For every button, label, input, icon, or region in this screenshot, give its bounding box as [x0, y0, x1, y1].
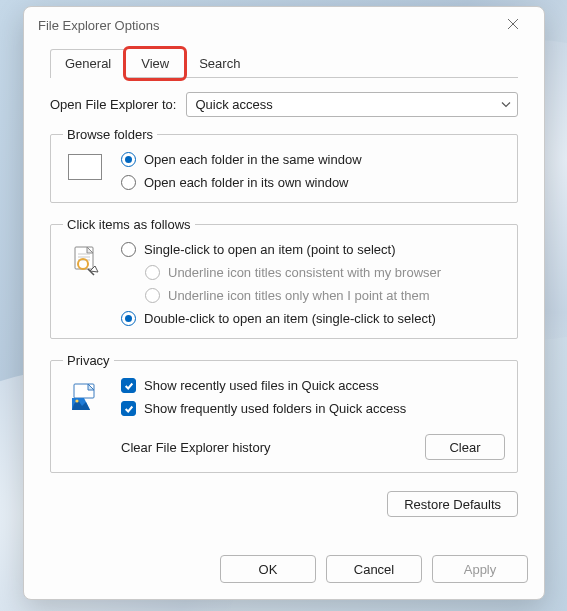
radio-underline-point: Underline icon titles only when I point … [145, 288, 505, 303]
radio-same-window[interactable]: Open each folder in the same window [121, 152, 505, 167]
folder-icon [63, 152, 107, 180]
tab-content-general: Open File Explorer to: Quick access Brow… [24, 78, 544, 537]
tab-label: View [141, 56, 169, 71]
apply-button[interactable]: Apply [432, 555, 528, 583]
check-recent-files[interactable]: Show recently used files in Quick access [121, 378, 505, 393]
click-items-group: Click items as follows [50, 217, 518, 339]
clear-button[interactable]: Clear [425, 434, 505, 460]
document-click-icon [63, 242, 107, 278]
radio-icon [145, 265, 160, 280]
svg-point-6 [75, 399, 78, 402]
dialog-window: File Explorer Options General View Searc… [23, 6, 545, 600]
radio-double-click[interactable]: Double-click to open an item (single-cli… [121, 311, 505, 326]
radio-icon [121, 175, 136, 190]
close-icon [507, 18, 519, 33]
svg-rect-5 [74, 384, 94, 398]
check-frequent-folders[interactable]: Show frequently used folders in Quick ac… [121, 401, 505, 416]
radio-own-window[interactable]: Open each folder in its own window [121, 175, 505, 190]
button-label: OK [259, 562, 278, 577]
tab-general[interactable]: General [50, 49, 126, 78]
radio-icon [121, 242, 136, 257]
radio-label: Single-click to open an item (point to s… [144, 242, 395, 257]
tab-label: General [65, 56, 111, 71]
cancel-button[interactable]: Cancel [326, 555, 422, 583]
button-label: Cancel [354, 562, 394, 577]
radio-icon [145, 288, 160, 303]
radio-label: Open each folder in the same window [144, 152, 362, 167]
restore-defaults-button[interactable]: Restore Defaults [387, 491, 518, 517]
privacy-legend: Privacy [63, 353, 114, 368]
titlebar: File Explorer Options [24, 7, 544, 43]
radio-label: Underline icon titles consistent with my… [168, 265, 441, 280]
radio-label: Underline icon titles only when I point … [168, 288, 430, 303]
click-legend: Click items as follows [63, 217, 195, 232]
tab-search[interactable]: Search [184, 49, 255, 78]
checkbox-icon [121, 378, 136, 393]
open-to-select[interactable]: Quick access [186, 92, 518, 117]
ok-button[interactable]: OK [220, 555, 316, 583]
tab-strip: General View Search [24, 43, 544, 78]
browse-folders-group: Browse folders Open each folder in the s… [50, 127, 518, 203]
radio-icon [121, 152, 136, 167]
tab-label: Search [199, 56, 240, 71]
open-to-value: Quick access [195, 97, 272, 112]
radio-label: Open each folder in its own window [144, 175, 349, 190]
radio-underline-browser: Underline icon titles consistent with my… [145, 265, 505, 280]
privacy-icon [63, 378, 107, 414]
checkbox-label: Show frequently used folders in Quick ac… [144, 401, 406, 416]
window-title: File Explorer Options [38, 18, 159, 33]
tab-view[interactable]: View [126, 49, 184, 78]
browse-legend: Browse folders [63, 127, 157, 142]
radio-icon [121, 311, 136, 326]
open-to-label: Open File Explorer to: [50, 97, 176, 112]
clear-history-label: Clear File Explorer history [121, 440, 271, 455]
close-button[interactable] [492, 11, 534, 39]
chevron-down-icon [501, 97, 511, 112]
button-label: Clear [449, 440, 480, 455]
dialog-footer: OK Cancel Apply [24, 537, 544, 599]
radio-label: Double-click to open an item (single-cli… [144, 311, 436, 326]
checkbox-label: Show recently used files in Quick access [144, 378, 379, 393]
radio-single-click[interactable]: Single-click to open an item (point to s… [121, 242, 505, 257]
checkbox-icon [121, 401, 136, 416]
button-label: Apply [464, 562, 497, 577]
privacy-group: Privacy Show re [50, 353, 518, 473]
button-label: Restore Defaults [404, 497, 501, 512]
